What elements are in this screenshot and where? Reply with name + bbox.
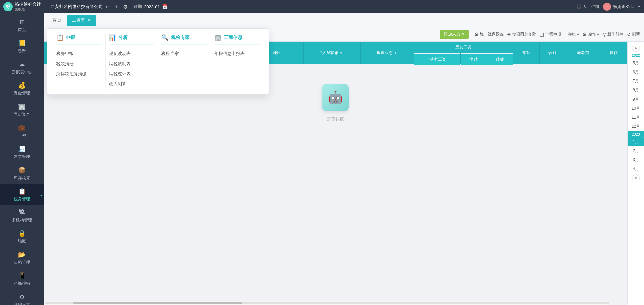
tax-burden-item[interactable]: 税负波动表: [109, 49, 155, 59]
export-btn[interactable]: ↑ 导出 ▾: [565, 31, 579, 37]
sidebar-item-inventory[interactable]: 📦 库存核算: [0, 163, 44, 184]
year-2023-section: 2023: [628, 131, 644, 137]
export-chevron: ▾: [577, 32, 579, 37]
payroll-icon: 💼: [18, 124, 26, 131]
year-2022-label: 2022: [628, 52, 644, 59]
settings-icon[interactable]: ⚙: [123, 4, 128, 10]
declaration-header: 📋 申报: [56, 34, 102, 45]
tax-fluctuation-item[interactable]: 纳税波动表: [109, 59, 155, 69]
month-2023-01[interactable]: 1月: [628, 137, 644, 146]
month-2023-03[interactable]: 3月: [628, 155, 644, 164]
add-icon[interactable]: ＋: [114, 3, 119, 10]
company-dropdown-icon: ▼: [105, 5, 108, 9]
year-up-arrow[interactable]: ▲: [632, 44, 640, 52]
help-label: 人工咨询: [583, 4, 599, 10]
sidebar-item-mini-app[interactable]: 📱 小畅报销: [0, 269, 44, 290]
company-name: 西安虾米网络科技有限公司: [50, 4, 103, 10]
sidebar-item-tax[interactable]: 📋 税务管理: [0, 184, 44, 205]
help-button[interactable]: 🎧 人工咨询: [576, 4, 599, 10]
home-icon: ⊞: [20, 18, 25, 26]
income-estimate-item[interactable]: 收入测算: [109, 79, 155, 89]
tax-declaration-icon: ◫: [540, 32, 544, 37]
scrollbar-thumb[interactable]: [73, 302, 242, 304]
header-total: 合计: [539, 42, 566, 64]
calendar-icon[interactable]: 📅: [162, 4, 168, 9]
tax-expert-title: 税检专家: [171, 35, 190, 41]
analysis-icon: 📊: [109, 34, 116, 41]
sidebar-item-close-period[interactable]: 🔒 结账: [0, 226, 44, 247]
sidebar-label-settings: 基础设置: [14, 302, 30, 305]
tab-home[interactable]: 首页: [48, 15, 66, 26]
user-area[interactable]: 用 畅捷通B组... ▼: [603, 3, 641, 11]
tax-declaration-item[interactable]: 税务申报: [56, 49, 102, 59]
tax-declaration-label: 个税申报: [545, 31, 561, 37]
tab-bar: 首页 工资表 ✕: [44, 13, 644, 27]
header-status: *人员状态 ▼: [303, 42, 360, 64]
sidebar-item-payroll[interactable]: 💼 工资: [0, 121, 44, 142]
sidebar-label-mini: 小畅报销: [14, 281, 30, 287]
month-2022-10[interactable]: 10月: [628, 104, 644, 113]
fund-icon: 💰: [18, 82, 26, 89]
month-2022-06[interactable]: 6月: [628, 68, 644, 77]
sidebar-label-tax: 税务管理: [14, 196, 30, 202]
tab-close-icon[interactable]: ✕: [87, 17, 91, 23]
income-tax-item[interactable]: 所得税汇算清缴: [56, 69, 102, 79]
analysis-header: 📊 分析: [109, 34, 155, 45]
tab-payroll[interactable]: 工资表 ✕: [67, 15, 96, 26]
refresh-btn[interactable]: ↺ 刷新: [627, 31, 640, 37]
tax-expert-icon: 🔍: [161, 34, 169, 41]
business-title: 工商信息: [224, 35, 242, 41]
sidebar-label-close: 结账: [18, 238, 26, 244]
operations-btn[interactable]: ⚙ 操作 ▾: [582, 31, 599, 37]
annual-report-item[interactable]: 年报信息申报表: [214, 49, 260, 59]
tax-declaration-btn[interactable]: ◫ 个税申报: [540, 31, 561, 37]
month-2022-11[interactable]: 11月: [628, 113, 644, 122]
add-person-button[interactable]: 添加人员 ▼: [440, 30, 469, 39]
tax-stats-item[interactable]: 纳税统计表: [109, 69, 155, 79]
special-deduction-btn[interactable]: ⊕ 专项附加扣除: [507, 31, 536, 37]
sidebar-item-invoice[interactable]: 🧾 发票管理: [0, 142, 44, 163]
assets-icon: 🏢: [18, 103, 26, 110]
social-insurance-btn[interactable]: ⚙ 统一社保设置: [474, 31, 504, 37]
home-tab-label: 首页: [52, 17, 61, 23]
company-selector[interactable]: 西安虾米网络科技有限公司 ▼: [50, 4, 108, 10]
guide-btn[interactable]: ◎ 新手引导: [602, 31, 623, 37]
invoice-icon: 🧾: [18, 145, 26, 153]
sidebar-item-fund[interactable]: 💰 资金管理: [0, 78, 44, 100]
basic-settings-icon: ⚙: [19, 293, 25, 301]
year-down-arrow[interactable]: ▼: [632, 174, 640, 182]
period-value[interactable]: 2023-01: [144, 4, 160, 9]
month-2023-02[interactable]: 2月: [628, 146, 644, 155]
header-pension: 养老费: [566, 42, 601, 64]
month-2022-12[interactable]: 12月: [628, 122, 644, 131]
sidebar-item-general-ledger[interactable]: 📒 总账: [0, 36, 44, 57]
sidebar-item-cloud-report[interactable]: ☁ 云报表中心: [0, 57, 44, 78]
status-filter-icon[interactable]: ▼: [339, 51, 343, 55]
archive-icon: 📂: [18, 251, 26, 258]
header-payroll-group: 应发工资: [414, 42, 513, 53]
top-bar: 好 畅捷通好会计 旗舰版 西安虾米网络科技有限公司 ▼ ＋ ⚙ 账期 2023-…: [0, 0, 644, 13]
empty-text: 暂无数据: [327, 116, 344, 122]
sidebar-item-archive[interactable]: 📂 归档管理: [0, 247, 44, 269]
sidebar-label-invoice: 发票管理: [14, 154, 30, 160]
top-bar-actions: ＋ ⚙: [114, 3, 128, 10]
logo-icon: 好: [3, 2, 13, 11]
month-2022-05[interactable]: 5月: [628, 59, 644, 68]
sidebar-item-basic-settings[interactable]: ⚙ 基础设置: [0, 290, 44, 305]
multi-org-icon: 🏗: [19, 209, 25, 216]
send-filter-icon[interactable]: ▼: [394, 51, 397, 55]
export-label: 导出: [568, 31, 576, 37]
month-2022-08[interactable]: 8月: [628, 86, 644, 95]
sidebar-label-archive: 归档管理: [14, 260, 30, 265]
tax-expert-item[interactable]: 税检专家: [161, 49, 207, 59]
tax-table-item[interactable]: 税表清册: [56, 59, 102, 69]
declaration-title: 申报: [66, 35, 75, 41]
horizontal-scrollbar[interactable]: [44, 301, 610, 305]
dropdown-col-business: 🏢 工商信息 年报信息申报表: [211, 34, 264, 89]
month-2023-04[interactable]: 4月: [628, 164, 644, 174]
month-2022-09[interactable]: 9月: [628, 95, 644, 104]
sidebar-item-fixed-assets[interactable]: 🏢 固定资产: [0, 100, 44, 121]
sidebar-item-multi-org[interactable]: 🏗 多机构管理: [0, 205, 44, 226]
sidebar-item-home[interactable]: ⊞ 首页: [0, 15, 44, 36]
month-2022-07[interactable]: 7月: [628, 77, 644, 86]
